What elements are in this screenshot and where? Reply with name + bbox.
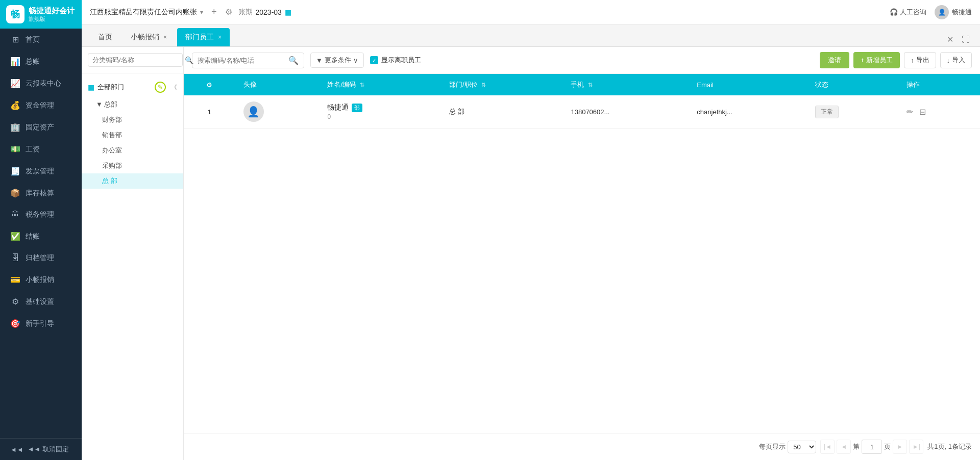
dept-node-procurement[interactable]: 采购部 [82,158,183,173]
sidebar-label-5: 工资 [26,145,40,154]
sidebar-item-0[interactable]: ⊞首页 [0,29,82,50]
calendar-icon[interactable]: ▦ [285,8,291,16]
logout-icon[interactable]: ⊟ [919,107,926,117]
dept-edit-button[interactable]: ✎ [155,82,166,93]
period-selector[interactable]: 账期 2023-03 ▦ [238,8,291,17]
sidebar-item-3[interactable]: 💰资金管理 [0,94,82,116]
prev-page-button[interactable]: ◄ [837,440,851,454]
all-dept-header[interactable]: ▦ 全部部门 ✎ 《 [82,78,183,97]
employee-name: 畅捷通 [327,103,349,112]
sidebar-item-10[interactable]: 🗄归档管理 [0,247,82,269]
show-resigned-label: 显示离职员工 [381,56,421,65]
dept-search-input[interactable] [88,53,183,67]
tab-expense-close[interactable]: × [163,34,167,41]
sidebar-logo[interactable]: 畅 畅捷通好会计 旗舰版 [0,0,82,29]
add-employee-button[interactable]: + 新增员工 [853,52,900,68]
import-button[interactable]: ↓ 导入 [940,52,972,68]
tab-expense-label: 小畅报销 [131,33,159,42]
page-number-input[interactable] [862,440,882,454]
col-name[interactable]: 姓名/编码 ⇅ [319,74,441,95]
export-button[interactable]: ↑ 导出 [904,52,936,68]
employee-search-input[interactable] [198,57,285,64]
sidebar-label-2: 云报表中心 [26,79,61,88]
settings-button[interactable]: ⚙ [225,7,232,17]
invite-button[interactable]: 邀请 [820,52,849,68]
sidebar-item-1[interactable]: 📊总账 [0,50,82,72]
sidebar-icon-6: 🧾 [10,166,20,176]
sidebar-item-2[interactable]: 📈云报表中心 [0,72,82,94]
employee-search-box[interactable]: 🔍 [192,53,304,68]
dept-node-finance[interactable]: 财务部 [82,112,183,127]
close-tab-action[interactable]: ✕ [945,33,955,46]
sidebar-item-13[interactable]: 🎯新手引导 [0,313,82,335]
sidebar-icon-1: 📊 [10,57,20,66]
expand-tab-action[interactable]: ⛶ [960,33,972,46]
sidebar-label-0: 首页 [26,35,40,44]
sidebar-nav: ⊞首页📊总账📈云报表中心💰资金管理🏢固定资产💵工资🧾发票管理📦库存核算🏛税务管理… [0,29,82,438]
show-resigned-checkbox[interactable]: 显示离职员工 [370,56,421,65]
col-dept[interactable]: 部门/职位 ⇅ [441,74,563,95]
company-selector[interactable]: 江西服宝精品有限责任公司内账张 ▾ [90,8,203,17]
cell-name: 畅捷通 部 0 [319,95,441,129]
content-area: 🔍 ▦ 全部部门 ✎ 《 ▼ 总部 财务部 销售部 办公室 采购部 总 部 [82,47,980,460]
sidebar-item-6[interactable]: 🧾发票管理 [0,160,82,182]
employee-table: ⚙ 头像 姓名/编码 ⇅ 部门/职位 ⇅ 手机 [184,74,980,129]
col-phone[interactable]: 手机 ⇅ [562,74,689,95]
total-records: 共1页, 1条记录 [927,442,972,451]
dept-collapse-button[interactable]: 《 [171,83,177,92]
next-page-button[interactable]: ► [893,440,907,454]
sidebar-footer-pin[interactable]: ◄◄ ◄◄ 取消固定 [0,438,82,460]
sidebar-item-11[interactable]: 💳小畅报销 [0,269,82,291]
sidebar-label-8: 税务管理 [26,210,54,219]
first-page-button[interactable]: |◄ [820,440,835,454]
last-page-button[interactable]: ►| [909,440,923,454]
dept-node-sales[interactable]: 销售部 [82,127,183,143]
col-status: 状态 [807,74,898,95]
period-value: 2023-03 [256,8,282,16]
sidebar-item-9[interactable]: ✅结账 [0,225,82,247]
col-actions: 操作 [898,74,980,95]
tab-employees-close[interactable]: × [218,34,222,41]
sidebar-icon-10: 🗄 [10,253,20,263]
logo-text-block: 畅捷通好会计 旗舰版 [29,6,75,23]
dept-search-box: 🔍 [82,47,183,73]
company-dropdown-icon[interactable]: ▾ [200,9,203,16]
tab-home[interactable]: 首页 [90,28,120,46]
user-name: 畅捷通 [952,8,972,17]
col-email: Email [689,74,807,95]
sidebar: 畅 畅捷通好会计 旗舰版 ⊞首页📊总账📈云报表中心💰资金管理🏢固定资产💵工资🧾发… [0,0,82,460]
sidebar-icon-11: 💳 [10,275,20,285]
page-size-selector[interactable]: 每页显示 50 10 20 100 [759,441,816,453]
dept-node-office[interactable]: 办公室 [82,143,183,158]
sidebar-icon-5: 💵 [10,144,20,154]
per-page-select[interactable]: 50 10 20 100 [788,441,816,453]
dept-tree: ▦ 全部部门 ✎ 《 ▼ 总部 财务部 销售部 办公室 采购部 总 部 [82,73,183,460]
sidebar-item-12[interactable]: ⚙基础设置 [0,291,82,313]
sidebar-item-5[interactable]: 💵工资 [0,138,82,160]
dept-node-headquarters[interactable]: ▼ 总部 [82,97,183,112]
filter-button[interactable]: ▼ 更多条件 ∨ [310,53,364,68]
cell-avatar: 👤 [235,95,320,129]
avatar-placeholder: 👤 [243,101,264,122]
show-resigned-check[interactable] [370,56,378,64]
tab-employees[interactable]: 部门员工 × [177,28,230,46]
sidebar-label-3: 资金管理 [26,101,54,110]
page-input: 第 页 [853,440,891,454]
pagination: 每页显示 50 10 20 100 |◄ ◄ 第 页 [184,433,980,460]
topbar: 江西服宝精品有限责任公司内账张 ▾ + ⚙ 账期 2023-03 ▦ 🎧 人工咨… [82,0,980,24]
sidebar-label-10: 归档管理 [26,253,54,263]
add-account-button[interactable]: + [209,7,219,17]
sidebar-item-7[interactable]: 📦库存核算 [0,182,82,204]
tab-expense[interactable]: 小畅报销 × [122,28,175,46]
dept-node-general[interactable]: 总 部 [82,173,183,189]
service-label: 人工咨询 [900,8,926,17]
tabbar: 首页 小畅报销 × 部门员工 × ✕ ⛶ [82,24,980,47]
employee-search-icon[interactable]: 🔍 [288,56,299,65]
sidebar-item-4[interactable]: 🏢固定资产 [0,116,82,138]
edit-icon[interactable]: ✏ [906,107,913,117]
service-button[interactable]: 🎧 人工咨询 [890,8,926,17]
sidebar-item-8[interactable]: 🏛税务管理 [0,204,82,225]
user-menu[interactable]: 👤 畅捷通 [935,5,972,19]
left-panel: 🔍 ▦ 全部部门 ✎ 《 ▼ 总部 财务部 销售部 办公室 采购部 总 部 [82,47,184,460]
col-settings[interactable]: ⚙ [184,74,235,95]
